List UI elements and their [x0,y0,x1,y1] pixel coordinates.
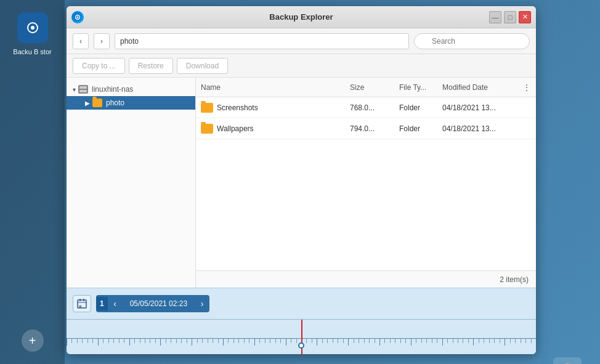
server-icon [78,85,88,94]
window-title: Backup Explorer [269,12,333,22]
timeline-ruler[interactable]: 224262830May246810121416 [67,319,536,354]
col-more[interactable]: ⋮ [517,83,536,92]
timeline-label: 14 [480,354,487,354]
status-bar: 2 item(s) [196,270,536,288]
calendar-button[interactable]: ▦ [73,295,91,312]
close-button[interactable]: ✕ [519,11,531,23]
forward-button[interactable]: › [94,33,110,49]
file-name: Wallpapers [217,124,254,133]
file-type: Folder [394,103,437,112]
col-name: Name [196,83,345,92]
svg-text:▦: ▦ [79,304,82,308]
file-size: 794.0... [345,124,394,133]
timeline-label: 30 [203,354,211,354]
file-size: 768.0... [345,103,394,112]
add-button[interactable]: + [22,330,44,352]
sidebar-app-icon[interactable] [17,12,48,43]
timeline-label: 28 [167,354,174,354]
timeline-label: May [237,354,250,354]
timeline-label: 16 [516,354,524,354]
folder-icon [201,103,213,113]
file-panel: Name Size File Ty... Modified Date ⋮ Scr… [196,78,536,288]
timeline-prev-button[interactable]: ‹ [108,295,123,312]
file-name-cell: Screenshots [196,103,345,113]
col-date: Modified Date [437,83,517,92]
tree-server-item[interactable]: ▾ linuxhint-nas [67,83,195,96]
svg-point-7 [77,16,79,18]
sidebar-app-label: Backu B stor [13,48,51,56]
left-sidebar: Backu B stor + [0,0,65,364]
tree-photo-item[interactable]: ▶ photo [67,96,195,110]
timeline-dot[interactable] [298,342,304,349]
timeline-label: 2 [67,354,68,354]
col-size: Size [345,83,394,92]
table-row[interactable]: Screenshots 768.0... Folder 04/18/2021 1… [196,97,536,118]
timeline-label: 6 [341,354,345,354]
search-input[interactable] [414,33,530,49]
svg-rect-8 [79,86,87,89]
timeline-label: 4 [304,354,308,354]
folder-icon [92,99,102,107]
timeline-nav: 1 ‹ 05/05/2021 02:23 › [96,295,209,312]
timeline-label: 10 [412,354,420,354]
toolbar: ‹ › 🔍 [67,28,536,54]
timeline-label: 2 [274,354,277,354]
timeline-top: ▦ 1 ‹ 05/05/2021 02:23 › [67,288,536,319]
tree-panel: ▾ linuxhint-nas ▶ photo [67,78,196,288]
timeline-label: 26 [131,354,138,354]
tree-folder-name: photo [106,99,124,107]
file-name: Screenshots [217,103,258,112]
action-bar: Copy to ... Restore Download [67,54,536,78]
window-controls: — □ ✕ [489,11,531,23]
tree-collapse-arrow: ▾ [73,86,76,93]
minimize-button[interactable]: — [489,11,501,23]
restore-button[interactable]: Restore [129,58,173,74]
timeline-version: 1 [96,297,108,310]
col-type: File Ty... [394,83,437,92]
tree-expand-arrow: ▶ [85,100,90,107]
timeline-label: 24 [94,354,102,354]
table-row[interactable]: Wallpapers 794.0... Folder 04/18/2021 13… [196,118,536,139]
timeline-line: 224262830May246810121416 [67,320,536,354]
lock-button[interactable] [553,357,582,364]
file-date: 04/18/2021 13... [437,103,517,112]
timeline-label: 12 [444,354,451,354]
item-count: 2 item(s) [500,275,529,284]
timeline-area: ▦ 1 ‹ 05/05/2021 02:23 › 224262830May246… [67,288,536,354]
svg-point-2 [31,26,34,30]
timeline-next-button[interactable]: › [195,295,209,312]
maximize-button[interactable]: □ [504,11,516,23]
timeline-date: 05/05/2021 02:23 [123,297,195,310]
svg-rect-9 [79,90,87,92]
file-type: Folder [394,124,437,133]
file-list: Screenshots 768.0... Folder 04/18/2021 1… [196,97,536,270]
timeline-label: 8 [378,354,381,354]
back-button[interactable]: ‹ [73,33,89,49]
path-input[interactable] [115,33,409,49]
download-button[interactable]: Download [177,58,228,74]
timeline-cursor[interactable] [301,320,302,354]
file-date: 04/18/2021 13... [437,124,517,133]
file-header: Name Size File Ty... Modified Date ⋮ [196,78,536,97]
main-window: Backup Explorer — □ ✕ ‹ › 🔍 Copy to ... … [67,6,536,354]
file-name-cell: Wallpapers [196,124,345,134]
content-area: ▾ linuxhint-nas ▶ photo Name Size [67,78,536,288]
app-logo [71,11,84,23]
folder-icon [201,124,213,134]
title-bar: Backup Explorer — □ ✕ [67,6,536,28]
server-name: linuxhint-nas [92,85,133,94]
copy-button[interactable]: Copy to ... [73,58,125,74]
search-wrapper: 🔍 [414,33,530,49]
